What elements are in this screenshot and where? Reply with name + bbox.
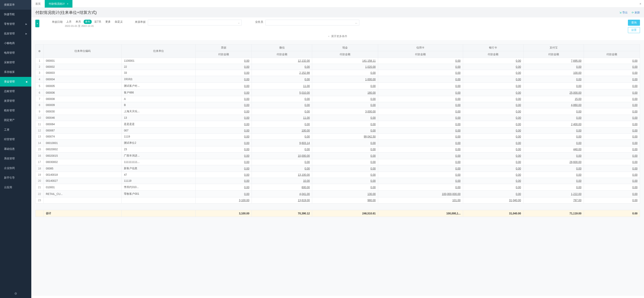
col-group-0[interactable]: 票据 [196, 44, 252, 51]
tab-close-icon[interactable]: × [67, 2, 68, 5]
amount-link[interactable]: 0.00 [516, 91, 521, 94]
amount-link[interactable]: 0.00 [244, 173, 249, 176]
sidebar-item-13[interactable]: 工资 [0, 125, 31, 134]
amount-link[interactable]: 0.00 [455, 123, 460, 126]
amount-link[interactable]: 0.00 [370, 98, 376, 100]
date-opt-last7[interactable]: 近7天 [93, 20, 103, 24]
amount-link[interactable]: 0.00 [516, 148, 521, 151]
amount-link[interactable]: 0.00 [455, 186, 460, 189]
date-opt-more[interactable]: 更多 [104, 20, 112, 24]
amount-link[interactable]: 0.00 [576, 167, 582, 170]
col-group-4[interactable]: 银行卡 [463, 44, 523, 51]
query-button[interactable]: 查询 [628, 20, 640, 26]
amount-link[interactable]: 0.00 [516, 179, 521, 182]
amount-link[interactable]: 0.00 [632, 59, 638, 62]
table-row[interactable]: 9000030上海天天玩...0.000.003,000.000.000.000… [36, 108, 640, 115]
amount-link[interactable]: 0.00 [244, 78, 249, 81]
amount-link[interactable]: 12,132.00 [298, 59, 310, 62]
amount-link[interactable]: 0.00 [304, 123, 310, 126]
table-row[interactable]: 2000002220.000.001,020.000.000.000.000.0… [36, 64, 640, 70]
amount-link[interactable]: 0.00 [632, 179, 638, 182]
amount-link[interactable]: 0.00 [455, 59, 460, 62]
tabs-close-all-icon[interactable]: × [637, 2, 644, 6]
amount-link[interactable]: 9,603.14 [300, 142, 310, 145]
col-group-3[interactable]: 信用卡 [378, 44, 463, 51]
amount-link[interactable]: 0.00 [455, 173, 460, 176]
table-row[interactable]: 100000111000010.0012,132.00141,158.110.0… [36, 58, 640, 64]
amount-link[interactable]: 13,100.00 [298, 173, 310, 176]
col-group-5[interactable]: 支付宝 [523, 44, 584, 51]
col-sub-2[interactable]: 付款金额 [312, 51, 378, 58]
amount-link[interactable]: 0.00 [516, 142, 521, 145]
col-name[interactable]: 往来单位 [122, 44, 196, 58]
amount-link[interactable]: 0.00 [370, 142, 376, 145]
amount-link[interactable]: 0.00 [632, 148, 638, 151]
amount-link[interactable]: 100,000,000.00 [442, 192, 460, 196]
amount-link[interactable]: 0.00 [516, 71, 521, 74]
amount-link[interactable]: 0.00 [632, 84, 638, 88]
col-group-2[interactable]: 现金 [312, 44, 378, 51]
sidebar-item-11[interactable]: 税务管理 [0, 106, 31, 115]
amount-link[interactable]: 0.00 [244, 135, 249, 138]
date-opt-this-year[interactable]: 本年 [84, 20, 92, 24]
amount-link[interactable]: 0.00 [244, 167, 249, 170]
amount-link[interactable]: 0.00 [516, 123, 521, 126]
sidebar-item-0[interactable]: 搜索菜单 [0, 0, 31, 10]
amount-link[interactable]: 0.00 [516, 78, 521, 81]
table-container[interactable]: ⚙往来单位编码往来单位票据微信现金信用卡银行卡支付宝付款金额付款金额付款金额付款… [31, 41, 644, 296]
amount-link[interactable]: 0.00 [576, 179, 582, 182]
amount-link[interactable]: 10.00 [303, 179, 310, 182]
col-sub-6[interactable]: 付款金额 [584, 51, 640, 58]
amount-link[interactable]: 2,400.00 [571, 123, 582, 126]
amount-link[interactable]: 600.00 [302, 186, 310, 189]
sidebar-item-2[interactable]: 零售管理▶ [0, 19, 31, 29]
amount-link[interactable]: 11.00 [303, 84, 310, 88]
amount-link[interactable]: 0.00 [244, 192, 249, 196]
amount-link[interactable]: 0.00 [632, 123, 638, 126]
amount-link[interactable]: 0.00 [516, 186, 521, 189]
amount-link[interactable]: 0.00 [455, 116, 460, 120]
amount-link[interactable]: 0.00 [244, 65, 249, 68]
amount-link[interactable]: 787.00 [573, 199, 582, 202]
amount-link[interactable]: 0.00 [244, 59, 249, 62]
amount-link[interactable]: 0.00 [455, 104, 460, 107]
amount-link[interactable]: 440.00 [573, 148, 582, 151]
amount-link[interactable]: 0.00 [632, 154, 638, 158]
amount-link[interactable]: 0.00 [370, 148, 376, 151]
amount-link[interactable]: 0.00 [576, 129, 582, 132]
amount-link[interactable]: 0.00 [370, 154, 376, 158]
col-sub-4[interactable]: 付款金额 [463, 51, 523, 58]
table-row[interactable]: 5000005测试客户对...0.0011.000.000.000.000.00… [36, 83, 640, 90]
table-row[interactable]: 22RETAIL_CU...零散客户0010.004,041.00130.001… [36, 191, 640, 198]
sidebar-item-5[interactable]: 电商管理 [0, 48, 31, 58]
amount-link[interactable]: 0.00 [576, 154, 582, 158]
amount-link[interactable]: 25,000.00 [570, 91, 582, 94]
table-row[interactable]: 6000006客户6660.005,010.00180.000.000.0025… [36, 90, 640, 96]
source-select[interactable]: ⌄ [148, 20, 242, 26]
amount-link[interactable]: 0.00 [455, 160, 460, 164]
col-group-1[interactable]: 微信 [252, 44, 312, 51]
amount-link[interactable]: 0.00 [455, 91, 460, 94]
sidebar-item-12[interactable]: 固定资产 [0, 115, 31, 125]
amount-link[interactable]: 7,695.00 [571, 59, 582, 62]
expand-more-filters[interactable]: ≡ 展开更多条件 [31, 33, 644, 41]
amount-link[interactable]: 0.00 [632, 167, 638, 170]
amount-link[interactable]: 0.00 [370, 179, 376, 182]
amount-link[interactable]: 1,000.00 [365, 78, 376, 81]
amount-link[interactable]: 100.00 [302, 129, 310, 132]
col-sub-5[interactable]: 付款金额 [523, 51, 584, 58]
amount-link[interactable]: 0.00 [576, 84, 582, 88]
amount-link[interactable]: 0.00 [632, 104, 638, 107]
amount-link[interactable]: 0.00 [632, 186, 638, 189]
sidebar-item-8[interactable]: 资金管理◀ [0, 77, 31, 86]
amount-link[interactable]: 0.00 [516, 98, 521, 100]
settings-button[interactable]: 设置 [628, 27, 640, 33]
col-settings[interactable]: ⚙ [36, 44, 44, 58]
sidebar-item-6[interactable]: 采购管理 [0, 58, 31, 67]
amount-link[interactable]: 3,000.00 [365, 110, 376, 113]
amount-link[interactable]: 0.00 [632, 78, 638, 81]
amount-link[interactable]: 0.00 [244, 186, 249, 189]
amount-link[interactable]: 0.00 [516, 110, 521, 113]
amount-link[interactable]: 28,600.00 [570, 160, 582, 164]
amount-link[interactable]: 0.00 [455, 179, 460, 182]
